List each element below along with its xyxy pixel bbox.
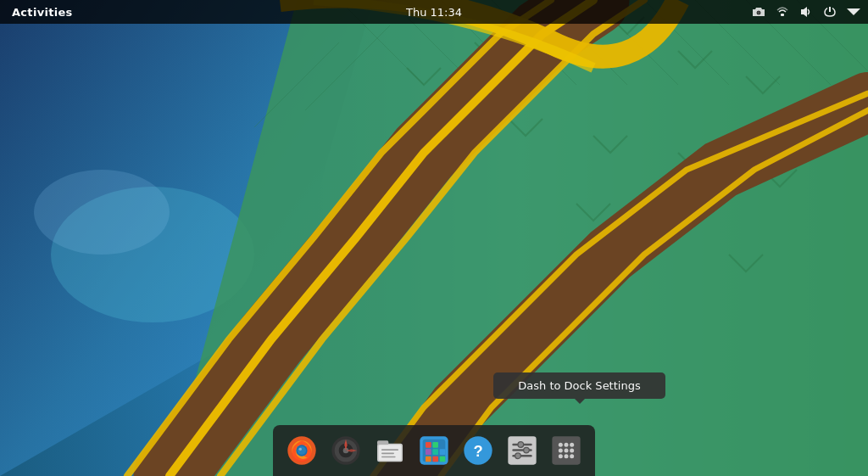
svg-point-64	[565, 454, 569, 458]
wallpaper	[0, 0, 868, 476]
topbar-clock: Thu 11:34	[406, 6, 462, 19]
svg-rect-44	[432, 456, 438, 462]
dash-to-dock-settings-dock-icon[interactable]	[502, 430, 542, 471]
svg-rect-41	[426, 449, 431, 455]
svg-rect-38	[426, 442, 431, 448]
help-dock-icon[interactable]: ?	[458, 430, 498, 471]
svg-marker-19	[801, 7, 807, 17]
svg-point-63	[559, 454, 563, 458]
svg-point-55	[515, 453, 521, 459]
svg-point-24	[298, 446, 306, 455]
files-dock-icon[interactable]	[370, 430, 410, 471]
topbar-left: Activities	[7, 6, 78, 19]
software-center-dock-icon[interactable]	[414, 430, 454, 471]
svg-point-62	[570, 449, 574, 453]
svg-rect-33	[381, 449, 398, 451]
power-icon[interactable]	[822, 4, 837, 20]
svg-rect-45	[440, 449, 446, 455]
svg-point-59	[570, 443, 574, 447]
show-applications-dock-icon[interactable]	[546, 430, 587, 471]
svg-rect-18	[781, 14, 784, 16]
svg-point-60	[559, 449, 563, 453]
svg-rect-43	[426, 456, 431, 462]
desktop: Activities Thu 11:34	[0, 0, 868, 476]
svg-rect-39	[432, 442, 438, 448]
svg-point-2	[34, 170, 170, 255]
svg-rect-34	[381, 453, 394, 455]
network-icon[interactable]	[775, 4, 790, 20]
camera-icon[interactable]	[751, 4, 766, 20]
svg-rect-46	[440, 456, 446, 462]
power-dropdown-arrow[interactable]	[846, 4, 861, 20]
svg-point-58	[565, 443, 569, 447]
svg-rect-35	[381, 456, 396, 458]
svg-point-17	[758, 12, 760, 14]
rhythmbox-dock-icon[interactable]	[326, 430, 366, 471]
topbar-right	[751, 4, 861, 20]
svg-text:?: ?	[473, 442, 482, 460]
dock: ?	[273, 425, 595, 476]
svg-point-53	[524, 447, 530, 453]
volume-icon[interactable]	[798, 4, 814, 20]
svg-point-61	[565, 449, 569, 453]
firefox-dock-icon[interactable]	[281, 430, 322, 471]
svg-marker-20	[847, 8, 860, 15]
svg-rect-42	[432, 449, 438, 455]
svg-point-57	[559, 443, 563, 447]
svg-point-51	[518, 442, 524, 448]
activities-button[interactable]: Activities	[7, 6, 78, 19]
svg-point-65	[570, 454, 574, 458]
topbar: Activities Thu 11:34	[0, 0, 868, 24]
svg-point-25	[299, 448, 302, 451]
svg-rect-31	[377, 440, 388, 445]
